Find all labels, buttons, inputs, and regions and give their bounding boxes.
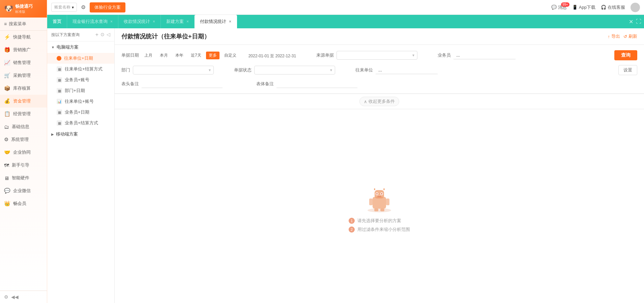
tab-bank-close-icon[interactable]: × bbox=[110, 19, 113, 24]
logo-icon: 🐶 bbox=[4, 4, 13, 13]
scheme-item-partner-settlement[interactable]: ▦ 往来单位+结算方式 bbox=[47, 64, 114, 74]
app-download-label: App下载 bbox=[579, 4, 595, 10]
tab-expand-btn[interactable]: ⛶ bbox=[636, 19, 641, 25]
svg-rect-10 bbox=[369, 199, 373, 205]
scheme-salesman-date-icon: ▦ bbox=[57, 110, 62, 115]
sidebar-item-finance[interactable]: 💰 资金管理 bbox=[0, 95, 47, 108]
date-btn-last-7[interactable]: 近7天 bbox=[188, 51, 204, 60]
tab-close-all-btn[interactable]: ✕ bbox=[629, 19, 633, 25]
account-dropdown-arrow: ▾ bbox=[72, 5, 74, 10]
scheme-item-partner-date[interactable]: 往来单位+日期 bbox=[47, 53, 114, 64]
messages-icon: 💬 bbox=[551, 5, 557, 10]
tab-home[interactable]: 首页 bbox=[47, 15, 67, 28]
refresh-btn[interactable]: ↺ 刷新 bbox=[623, 33, 637, 39]
sidebar-item-hardware[interactable]: 🖥 智能硬件 bbox=[0, 172, 47, 184]
date-btn-more[interactable]: 更多 bbox=[206, 52, 219, 59]
filter-area: 单据日期 上月 本月 本年 近7天 更多 自定义 2022-01-01 至 20… bbox=[115, 45, 644, 94]
date-btn-last-month[interactable]: 上月 bbox=[142, 51, 155, 60]
sidebar-item-quick-nav[interactable]: ⚡ 快捷导航 bbox=[0, 31, 47, 43]
operations-label: 经营管理 bbox=[13, 111, 31, 117]
scheme-item-dept-date[interactable]: ▦ 部门+日期 bbox=[47, 85, 114, 96]
tab-receivable-close-icon[interactable]: × bbox=[153, 19, 155, 24]
hardware-label: 智能硬件 bbox=[12, 175, 29, 181]
settings-btn[interactable]: 设置 bbox=[618, 65, 637, 75]
left-panel-settings-btn[interactable]: ⊙ bbox=[100, 32, 105, 38]
body-remark-input[interactable] bbox=[276, 80, 357, 88]
topbar: 账套名称 ▾ ⚙ 体验行业方案 💬 消息 99+ 📱 App下载 🎧 在线客服 bbox=[47, 0, 644, 15]
export-btn[interactable]: ↑ 导出 bbox=[608, 33, 620, 39]
sidebar-item-inventory[interactable]: 📦 库存核算 bbox=[0, 82, 47, 95]
svg-point-6 bbox=[381, 193, 382, 194]
bill-status-arrow-icon: ▾ bbox=[330, 68, 332, 72]
header-remark-label: 表头备注 bbox=[121, 81, 139, 87]
partner-input[interactable] bbox=[376, 66, 438, 74]
member-icon: 👑 bbox=[4, 201, 10, 207]
source-bill-select[interactable]: ▾ bbox=[336, 51, 417, 60]
salesman-input[interactable] bbox=[453, 51, 516, 59]
scheme-item-partner-account[interactable]: 📊 往来单位+账号 bbox=[47, 96, 114, 107]
dept-select[interactable]: ▾ bbox=[133, 66, 214, 74]
collapse-more-btn[interactable]: ∧ 收起更多条件 bbox=[359, 97, 399, 106]
sidebar-item-guide[interactable]: 🗺 新手引导 bbox=[0, 159, 47, 172]
scheme-group-desktop-title[interactable]: ▼ 电脑端方案 bbox=[47, 41, 114, 53]
tab-payment[interactable]: 付款情况统计 × bbox=[195, 15, 237, 28]
left-panel-header: 按以下方案查询 + ⊙ ◁ bbox=[47, 28, 114, 41]
scheme-group-mobile-title[interactable]: ▶ 移动端方案 bbox=[47, 128, 114, 140]
sidebar-item-sales[interactable]: 📈 销售管理 bbox=[0, 56, 47, 69]
user-avatar-btn[interactable] bbox=[631, 3, 640, 12]
scheme-partner-date-label: 往来单位+日期 bbox=[64, 55, 93, 61]
sales-label: 销售管理 bbox=[13, 60, 31, 66]
scheme-item-salesman-settlement[interactable]: ▦ 业务员+结算方式 bbox=[47, 118, 114, 128]
sidebar-item-enterprise[interactable]: 🤝 企业协同 bbox=[0, 146, 47, 159]
date-btn-this-month[interactable]: 本月 bbox=[157, 51, 171, 60]
basic-icon: 🗂 bbox=[4, 124, 9, 130]
sidebar-item-marketing[interactable]: 🎁 营销推广 bbox=[0, 43, 47, 56]
query-btn[interactable]: 查询 bbox=[614, 50, 637, 60]
header-remark-input[interactable] bbox=[142, 80, 223, 88]
app-download-icon: 📱 bbox=[572, 5, 578, 10]
topbar-settings-icon[interactable]: ⚙ bbox=[80, 3, 87, 12]
bill-status-select[interactable]: ▾ bbox=[254, 66, 335, 74]
trial-industry-btn[interactable]: 体验行业方案 bbox=[90, 2, 125, 12]
tab-receivable[interactable]: 收款情况统计 × bbox=[118, 15, 161, 28]
left-panel-collapse-btn[interactable]: ◁ bbox=[107, 32, 110, 38]
guide-label: 新手引导 bbox=[12, 162, 29, 168]
customer-service-btn[interactable]: 🎧 在线客服 bbox=[601, 4, 625, 10]
sidebar-item-member[interactable]: 👑 畅会员 bbox=[0, 197, 47, 210]
page-header: 付款情况统计（往来单位+日期） ↑ 导出 ↺ 刷新 bbox=[115, 28, 644, 45]
enterprise-label: 企业协同 bbox=[13, 149, 31, 155]
empty-hint-2: 2 用过滤条件来缩小分析范围 bbox=[349, 226, 410, 233]
left-panel-add-btn[interactable]: + bbox=[95, 32, 98, 38]
tab-new-plan[interactable]: 新建方案 × bbox=[161, 15, 195, 28]
sidebar-search-menu[interactable]: ≡ 搜索菜单 bbox=[0, 18, 47, 31]
scheme-item-salesman-account[interactable]: ▦ 业务员+账号 bbox=[47, 74, 114, 85]
salesman-label: 业务员 bbox=[438, 52, 451, 58]
messages-btn[interactable]: 💬 消息 99+ bbox=[551, 4, 567, 10]
date-btn-this-year[interactable]: 本年 bbox=[173, 51, 186, 60]
empty-hints: 1 请先选择要分析的方案 2 用过滤条件来缩小分析范围 bbox=[349, 218, 410, 233]
tab-new-plan-label: 新建方案 bbox=[166, 19, 184, 25]
scheme-group-desktop-label: 电脑端方案 bbox=[57, 44, 79, 50]
basic-label: 基础信息 bbox=[12, 124, 29, 130]
body-remark-label: 表体备注 bbox=[256, 81, 274, 87]
sidebar-item-operations[interactable]: 📋 经营管理 bbox=[0, 108, 47, 120]
collapse-arrow-icon: ∧ bbox=[364, 99, 367, 104]
hardware-icon: 🖥 bbox=[4, 175, 9, 181]
sidebar-settings-btn[interactable]: ⚙ bbox=[4, 294, 8, 300]
tab-bank[interactable]: 现金银行流水查询 × bbox=[67, 15, 118, 28]
filter-dept: 部门 ▾ bbox=[121, 66, 214, 74]
app-download-btn[interactable]: 📱 App下载 bbox=[572, 4, 595, 10]
sidebar-item-system[interactable]: ⚙ 系统管理 bbox=[0, 133, 47, 146]
partner-label: 往来单位 bbox=[355, 67, 373, 73]
sidebar-item-wechat[interactable]: 💬 企业微信 bbox=[0, 184, 47, 197]
sidebar-item-basic[interactable]: 🗂 基础信息 bbox=[0, 120, 47, 133]
sidebar-item-purchase[interactable]: 🛒 采购管理 bbox=[0, 69, 47, 82]
scheme-item-salesman-date[interactable]: ▦ 业务员+日期 bbox=[47, 107, 114, 118]
account-dropdown[interactable]: 账套名称 ▾ bbox=[51, 3, 77, 12]
topbar-left: 账套名称 ▾ ⚙ 体验行业方案 bbox=[51, 2, 549, 12]
date-btn-custom[interactable]: 自定义 bbox=[222, 51, 239, 60]
sidebar-collapse-btn[interactable]: ◀◀ bbox=[11, 294, 19, 300]
tab-payment-close-icon[interactable]: × bbox=[229, 19, 231, 24]
tab-new-plan-close-icon[interactable]: × bbox=[186, 19, 189, 24]
empty-hint-1-text: 请先选择要分析的方案 bbox=[357, 218, 401, 224]
